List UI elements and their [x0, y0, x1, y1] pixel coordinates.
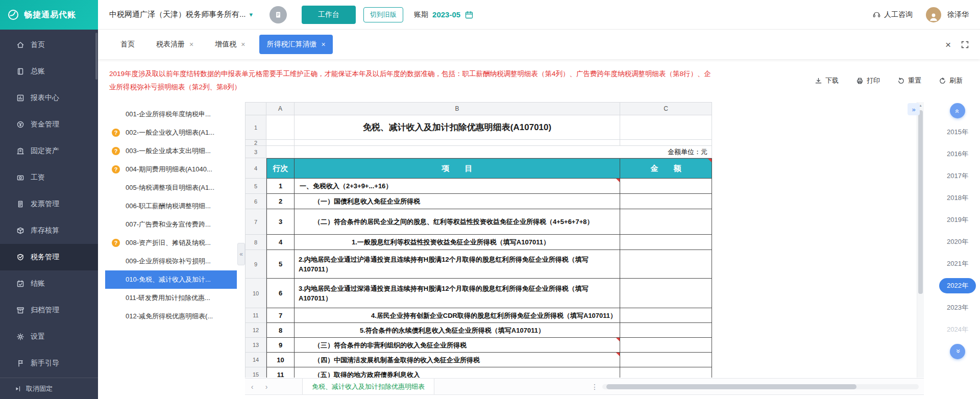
- row-header[interactable]: 3: [245, 146, 266, 158]
- vertical-scrollbar-thumb[interactable]: [918, 110, 923, 294]
- download-button[interactable]: 下载: [815, 76, 839, 85]
- line-no-cell[interactable]: 7: [266, 308, 295, 323]
- tab-tax-form-register[interactable]: 税表清册 ×: [149, 35, 201, 54]
- item-cell[interactable]: 1.一般股息红利等权益性投资收益免征企业所得税（填写A107011）: [295, 235, 620, 250]
- report-item-012[interactable]: 012-减免所得税优惠明细表(...: [105, 307, 237, 326]
- report-item-009[interactable]: 009-企业所得税弥补亏损明...: [105, 252, 237, 270]
- year-2022-active[interactable]: 2022年: [939, 278, 976, 293]
- column-header-c[interactable]: C: [620, 102, 712, 115]
- sheet-title-cell[interactable]: 免税、减计收入及加计扣除优惠明细表(A107010): [295, 115, 620, 140]
- year-2018[interactable]: 2018年: [939, 190, 976, 206]
- report-item-005[interactable]: 005-纳税调整项目明细表(A1...: [105, 179, 237, 197]
- amount-cell[interactable]: [620, 179, 712, 194]
- line-no-cell[interactable]: 9: [266, 338, 295, 353]
- report-item-001[interactable]: 001-企业所得税年度纳税申...: [105, 105, 237, 123]
- year-2023[interactable]: 2023年: [939, 300, 976, 315]
- cell-c1[interactable]: [620, 115, 712, 140]
- table-header-line[interactable]: 行次: [266, 158, 295, 179]
- sidebar-item-invoice[interactable]: 发票管理: [0, 191, 98, 217]
- year-scroll-down-button[interactable]: «: [950, 344, 965, 359]
- line-no-cell[interactable]: 2: [266, 194, 295, 209]
- report-item-004[interactable]: ?004-期间费用明细表(A1040...: [105, 160, 237, 179]
- row-header[interactable]: 7: [245, 209, 266, 235]
- row-header[interactable]: 13: [245, 338, 266, 353]
- row-header[interactable]: 10: [245, 279, 266, 308]
- line-no-cell[interactable]: 5: [266, 250, 295, 279]
- sidebar-item-funds[interactable]: 资金管理: [0, 111, 98, 138]
- amount-unit-cell[interactable]: 金额单位：元: [295, 146, 712, 158]
- line-no-cell[interactable]: 8: [266, 323, 295, 338]
- year-2020[interactable]: 2020年: [939, 234, 976, 250]
- sidebar-item-report-center[interactable]: 报表中心: [0, 85, 98, 111]
- item-cell[interactable]: 4.居民企业持有创新企业CDR取得的股息红利所得免征企业所得税（填写A10701…: [295, 308, 620, 323]
- refresh-button[interactable]: 刷新: [939, 76, 963, 85]
- company-selector[interactable]: 中税网通广泽（天津）税务师事务所有... ▾: [109, 10, 253, 19]
- avatar[interactable]: [926, 7, 941, 22]
- prev-sheet-icon[interactable]: ‹: [245, 383, 259, 391]
- year-2017[interactable]: 2017年: [939, 168, 976, 184]
- cell-b2[interactable]: [295, 140, 620, 146]
- row-header[interactable]: 8: [245, 235, 266, 250]
- report-item-007[interactable]: 007-广告费和业务宣传费跨...: [105, 215, 237, 234]
- amount-cell[interactable]: [620, 250, 712, 279]
- sidebar-item-closing[interactable]: 结账: [0, 270, 98, 297]
- close-tab-icon[interactable]: ×: [241, 41, 245, 48]
- amount-cell[interactable]: [620, 279, 712, 308]
- amount-cell[interactable]: [620, 235, 712, 250]
- row-header[interactable]: 6: [245, 194, 266, 209]
- cell-a3[interactable]: [266, 146, 295, 158]
- year-2015[interactable]: 2015年: [939, 124, 976, 140]
- item-cell[interactable]: （四）中国清洁发展机制基金取得的收入免征企业所得税: [295, 353, 620, 367]
- close-tab-icon[interactable]: ×: [189, 41, 193, 48]
- vertical-scrollbar[interactable]: ▲: [917, 102, 924, 378]
- row-header[interactable]: 5: [245, 179, 266, 194]
- row-header[interactable]: 15: [245, 367, 266, 378]
- sidebar-item-archive[interactable]: 归档管理: [0, 297, 98, 323]
- amount-cell[interactable]: [620, 209, 712, 235]
- cell-c2[interactable]: [620, 140, 712, 146]
- column-header-a[interactable]: A: [266, 102, 295, 115]
- sidebar-item-settings[interactable]: 设置: [0, 323, 98, 350]
- row-header[interactable]: 14: [245, 353, 266, 367]
- active-sheet-tab[interactable]: 免税、减计收入及加计扣除优惠明细表: [302, 379, 434, 394]
- amount-cell[interactable]: [620, 367, 712, 378]
- table-header-amount[interactable]: 金 额: [620, 158, 712, 179]
- tab-income-tax-settlement[interactable]: 所得税汇算清缴 ×: [259, 35, 332, 54]
- next-sheet-icon[interactable]: ›: [259, 383, 274, 391]
- table-header-item[interactable]: 项 目: [295, 158, 620, 179]
- announcement-button[interactable]: [270, 6, 287, 23]
- year-2024-disabled[interactable]: 2024年: [939, 322, 976, 337]
- row-header[interactable]: 9: [245, 250, 266, 279]
- year-scroll-up-button[interactable]: «: [950, 103, 965, 118]
- amount-cell[interactable]: [620, 323, 712, 338]
- workbench-button[interactable]: 工作台: [302, 6, 356, 24]
- close-all-icon[interactable]: ×: [945, 40, 951, 49]
- row-header[interactable]: 1: [245, 115, 266, 140]
- year-2019[interactable]: 2019年: [939, 212, 976, 228]
- accounting-period[interactable]: 账期 2023-05: [414, 10, 474, 19]
- item-cell[interactable]: （五）取得的地方政府债券利息收入: [295, 367, 620, 378]
- row-header[interactable]: 2: [245, 140, 266, 146]
- switch-old-version-button[interactable]: 切到旧版: [363, 7, 403, 22]
- report-item-002[interactable]: ?002-一般企业收入明细表(A1...: [105, 123, 237, 142]
- item-cell[interactable]: 3.内地居民企业通过深港通投资且连续持有H股满12个月取得的股息红利所得免征企业…: [295, 279, 620, 308]
- line-no-cell[interactable]: 1: [266, 179, 295, 194]
- row-header[interactable]: 4: [245, 158, 266, 179]
- report-item-010-active[interactable]: 010-免税、减计收入及加计...: [105, 270, 237, 289]
- line-no-cell[interactable]: 10: [266, 353, 295, 367]
- tab-home[interactable]: 首页: [113, 35, 142, 54]
- sidebar-item-general-ledger[interactable]: 总账: [0, 58, 98, 85]
- item-cell[interactable]: （二）符合条件的居民企业之间的股息、红利等权益性投资收益免征企业所得税（4+5+…: [295, 209, 620, 235]
- sidebar-item-home[interactable]: 首页: [0, 32, 98, 58]
- item-cell[interactable]: 一、免税收入（2+3+9+...+16）: [295, 179, 620, 194]
- cell-a1[interactable]: [266, 115, 295, 140]
- reset-button[interactable]: 重置: [897, 76, 921, 85]
- amount-cell[interactable]: [620, 194, 712, 209]
- username[interactable]: 徐泽华: [947, 10, 969, 19]
- item-cell[interactable]: （三）符合条件的非营利组织的收入免征企业所得税: [295, 338, 620, 353]
- line-no-cell[interactable]: 3: [266, 209, 295, 235]
- item-cell[interactable]: 2.内地居民企业通过沪港通投资且连续持有H股满12个月取得的股息红利所得免征企业…: [295, 250, 620, 279]
- report-item-011[interactable]: 011-研发费用加计扣除优惠...: [105, 289, 237, 307]
- collapse-report-list-handle[interactable]: «: [237, 243, 245, 265]
- line-no-cell[interactable]: 6: [266, 279, 295, 308]
